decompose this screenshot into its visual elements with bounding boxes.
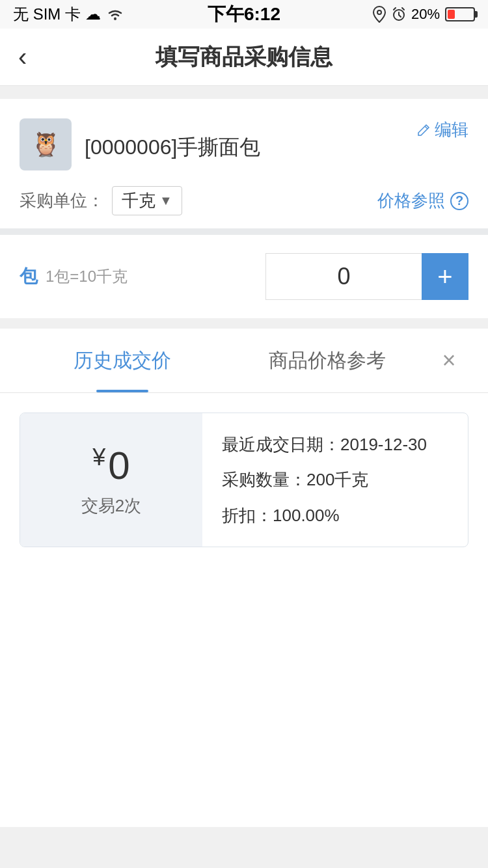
unit-row: 采购单位： 千克 ▼ — [20, 186, 182, 215]
alarm-icon — [392, 7, 406, 22]
quantity-input[interactable] — [265, 253, 422, 300]
discount-label: 折扣： — [222, 506, 273, 525]
unit-label: 采购单位： — [20, 189, 104, 212]
price-amount: 0 — [108, 444, 129, 487]
status-time: 下午6:12 — [208, 2, 280, 27]
product-header: 🦉 [0000006]手撕面包 编辑 — [20, 118, 468, 170]
no-sim-text: 无 SIM 卡 ☁ — [13, 4, 101, 25]
price-ref-label: 价格参照 — [377, 189, 445, 212]
status-bar: 无 SIM 卡 ☁ 下午6:12 20% — [0, 0, 488, 29]
purchase-qty-line: 采购数量：200千克 — [222, 468, 448, 491]
svg-point-1 — [377, 10, 381, 14]
price-ref-button[interactable]: 价格参照 ? — [377, 189, 468, 212]
tab-close-button[interactable]: × — [429, 329, 468, 392]
status-right: 20% — [372, 6, 475, 23]
discount-value: 100.00% — [273, 506, 340, 525]
discount-line: 折扣：100.00% — [222, 504, 448, 527]
quantity-control: + — [265, 253, 468, 300]
nav-bar: ‹ 填写商品采购信息 — [0, 29, 488, 86]
recent-date-value: 2019-12-30 — [340, 435, 427, 454]
quantity-label: 包 1包=10千克 — [20, 264, 128, 289]
recent-date-line: 最近成交日期：2019-12-30 — [222, 433, 448, 456]
battery-fill — [448, 10, 455, 19]
wifi-icon — [106, 8, 124, 21]
product-card: 🦉 [0000006]手撕面包 编辑 采购单位： 千克 ▼ 价格参照 ? — [0, 99, 488, 228]
unit-select[interactable]: 千克 ▼ — [112, 186, 182, 215]
tab-price-reference[interactable]: 商品价格参考 — [224, 329, 429, 392]
battery-percent: 20% — [411, 6, 440, 23]
price-ref-help-icon: ? — [450, 192, 468, 210]
page-background — [0, 567, 488, 827]
purchase-qty-value: 200千克 — [306, 470, 368, 489]
quantity-plus-button[interactable]: + — [422, 253, 468, 300]
section-divider — [0, 228, 488, 235]
unit-badge: 包 — [20, 264, 38, 289]
dropdown-arrow-icon: ▼ — [159, 193, 172, 208]
unit-conversion: 1包=10千克 — [46, 266, 128, 287]
price-card: ¥0 交易2次 最近成交日期：2019-12-30 采购数量：200千克 折扣：… — [20, 413, 468, 547]
quantity-row: 包 1包=10千克 + — [0, 235, 488, 318]
unit-value: 千克 — [122, 189, 156, 212]
product-left: 🦉 [0000006]手撕面包 — [20, 118, 260, 170]
page-title: 填写商品采购信息 — [156, 42, 332, 72]
product-logo: 🦉 — [20, 118, 72, 170]
price-card-left: ¥0 交易2次 — [20, 413, 202, 547]
product-name: [0000006]手撕面包 — [85, 127, 260, 162]
tab-history-price[interactable]: 历史成交价 — [20, 329, 224, 392]
recent-date-label: 最近成交日期： — [222, 435, 340, 454]
purchase-qty-label: 采购数量： — [222, 470, 306, 489]
back-button[interactable]: ‹ — [18, 42, 27, 72]
price-currency: ¥ — [92, 444, 105, 470]
svg-point-0 — [114, 18, 116, 20]
status-left: 无 SIM 卡 ☁ — [13, 4, 124, 25]
logo-owl-icon: 🦉 — [31, 131, 61, 158]
history-content: ¥0 交易2次 最近成交日期：2019-12-30 采购数量：200千克 折扣：… — [0, 393, 488, 567]
edit-button[interactable]: 编辑 — [416, 118, 468, 141]
edit-label: 编辑 — [435, 118, 468, 141]
tabs-bar: 历史成交价 商品价格参考 × — [0, 329, 488, 393]
price-card-right: 最近成交日期：2019-12-30 采购数量：200千克 折扣：100.00% — [202, 413, 468, 547]
price-value: ¥0 — [92, 443, 129, 488]
location-icon — [372, 6, 386, 23]
edit-icon — [416, 123, 431, 137]
trade-count: 交易2次 — [81, 495, 141, 517]
tabs-section: 历史成交价 商品价格参考 × ¥0 交易2次 最近成交日期：2019-12-30… — [0, 329, 488, 567]
product-footer: 采购单位： 千克 ▼ 价格参照 ? — [20, 186, 468, 215]
battery-icon — [445, 7, 475, 21]
